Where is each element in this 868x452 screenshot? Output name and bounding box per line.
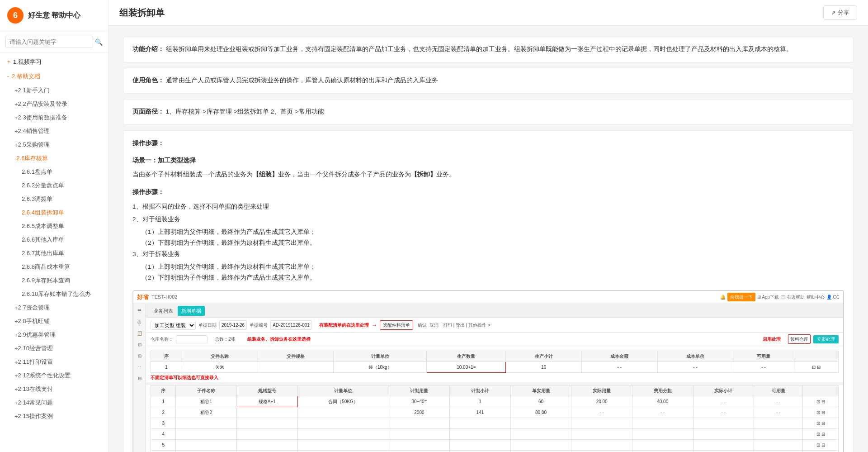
sidebar-item-docs-263[interactable]: 2.6.3调拨单	[0, 192, 108, 206]
sidebar-item-label: 1.视频学习	[13, 58, 42, 66]
lower-td-seq: 2	[151, 407, 176, 418]
lower-td-unit-real: 60	[510, 396, 571, 407]
sidebar-item-docs-265[interactable]: 2.6.5成本调整单	[0, 219, 108, 233]
mock-upper-table-area: 序 父件名称 父件规格 计量单位 生产数量 生产小计 成本金额 成本单价	[146, 346, 843, 373]
mock-side-icon-2: ◎	[137, 318, 142, 326]
annotation5: 不固定清单可以细选也可直接录入	[151, 374, 218, 381]
mock-lower-th-spec: 规格型号	[236, 385, 297, 396]
feature-intro-label: 功能介绍：	[132, 46, 164, 52]
mock-icon-help: ◎ 右边帮助	[781, 293, 805, 301]
mock-cancel-btn: 取消	[429, 321, 439, 329]
mock-td-prod-sub: 10	[506, 362, 582, 373]
mock-th-ops	[794, 351, 839, 362]
sidebar-item-docs-266[interactable]: 2.6.6其他入库单	[0, 233, 108, 247]
lower-td-name: 稻谷2	[176, 407, 237, 418]
sidebar-item-docs-269[interactable]: 2.6.9库存账本查询	[0, 274, 108, 287]
mock-td-avail: - -	[733, 362, 794, 373]
sidebar-item-docs-264[interactable]: 2.6.4组装拆卸单	[0, 206, 108, 219]
mock-td-seq: 1	[151, 362, 182, 373]
lower-td-unit	[297, 407, 389, 418]
path-block: 页面路径： 1、库存核算->库存管理->组装拆卸单 2、首页->常用功能	[123, 99, 854, 125]
main-content: 功能介绍： 组装拆卸单用来处理企业组装或拆卸等加工业务，支持有固定装配清单的产品…	[108, 26, 868, 452]
search-button[interactable]: 🔍	[95, 38, 103, 46]
mock-type-select[interactable]: 加工类型 组装 加工类型 拆卸	[151, 321, 196, 330]
lower-td-ops: ⊡ ⊟	[803, 396, 839, 407]
sidebar-item-docs-210[interactable]: + 2.10经营管理	[0, 342, 108, 355]
sidebar-item-label: 2.1新手入门	[18, 86, 50, 95]
step3: 3、对于拆装业务	[132, 249, 844, 260]
mock-side-icons: ☰ ◎ 📋 ⊡ ⊞ ∷ ⊟	[133, 304, 146, 452]
sidebar-item-label: 2.6库存核算	[16, 154, 48, 162]
mock-lower-th-plan-qty: 计划用量	[389, 385, 450, 396]
sidebar-item-docs-23[interactable]: + 2.3使用前数据准备	[0, 111, 108, 124]
sidebar-item-docs-22[interactable]: + 2.2产品安装及登录	[0, 97, 108, 111]
sidebar-item-docs-213[interactable]: + 2.13在线支付	[0, 382, 108, 396]
scenario1-label: 场景一：加工类型选择	[132, 155, 844, 166]
expand-icon: +	[7, 59, 10, 65]
mock-side-icon-1: ☰	[137, 307, 142, 314]
main-content-area: 组装拆卸单 ↗ 分享 功能介绍： 组装拆卸单用来处理企业组装或拆卸等加工业务，支…	[108, 0, 868, 452]
sidebar-item-label: 2.6.8商品成本重算	[22, 263, 70, 271]
sidebar-item-docs-21[interactable]: + 2.1新手入门	[0, 84, 108, 97]
sidebar-item-video[interactable]: + 1.视频学习	[0, 55, 108, 69]
sidebar-item-docs-214[interactable]: + 2.14常见问题	[0, 396, 108, 409]
mock-warehouse-input[interactable]	[176, 335, 208, 343]
sidebar-item-label: 2.6.6其他入库单	[22, 236, 64, 244]
table-row: 5⊡ ⊟	[151, 440, 839, 451]
sidebar-item-docs[interactable]: - 2.帮助文档	[0, 69, 108, 84]
sidebar-item-docs-268[interactable]: 2.6.8商品成本重算	[0, 260, 108, 274]
lower-td-plan-sub: 141	[450, 407, 511, 418]
path-label: 页面路径：	[132, 108, 164, 115]
mock-tab-new: 新增单据	[178, 306, 205, 316]
sidebar-item-docs-212[interactable]: + 2.12系统个性化设置	[0, 369, 108, 382]
sidebar-item-docs-25[interactable]: + 2.5采购管理	[0, 138, 108, 152]
mock-order-label: 单据编号	[250, 321, 268, 329]
mock-td-prod-qty: 10.00+1=	[427, 362, 506, 373]
expand-icon: +	[14, 413, 18, 420]
steps-label: 操作步骤：	[132, 187, 844, 198]
sidebar-item-docs-24[interactable]: + 2.4销售管理	[0, 124, 108, 138]
share-icon: ↗	[831, 10, 836, 16]
sidebar-item-label: 2.6.3调拨单	[22, 195, 52, 203]
lower-td-name: 稻谷1	[176, 396, 237, 407]
mock-td-name: 关米	[182, 362, 258, 373]
avatar-icon: 👤 CC	[826, 293, 840, 301]
sidebar-item-docs-267[interactable]: 2.6.7其他出库单	[0, 247, 108, 260]
share-button[interactable]: ↗ 分享	[823, 5, 857, 20]
sidebar-item-docs-211[interactable]: + 2.11打印设置	[0, 355, 108, 369]
mock-date-label: 单据日期	[198, 321, 217, 329]
mock-lower-th-real-qty: 实际用量	[571, 385, 632, 396]
lower-td-ops: ⊡ ⊟	[803, 407, 839, 418]
sidebar-item-docs-29[interactable]: + 2.9优惠券管理	[0, 328, 108, 342]
mock-date-value: 2019-12-26	[219, 320, 247, 330]
sidebar-item-docs-2610[interactable]: 2.6.10库存账本错了怎么办	[0, 287, 108, 301]
mock-side-icon-4: ⊡	[138, 341, 142, 348]
sidebar-item-docs-27[interactable]: + 2.7资金管理	[0, 301, 108, 314]
lower-td-plan-sub: 1	[450, 396, 511, 407]
sidebar-item-label: 2.3使用前数据准备	[18, 114, 67, 122]
mock-lower-table-area: 序 子件名称 规格型号 计量单位 计划用量 计划小计 单实用量 实际用量	[146, 385, 843, 452]
table-row: 1 关米 袋（10kg） 10.00+1= 10 - - - -	[151, 362, 839, 373]
search-input[interactable]	[5, 36, 93, 48]
bell-icon: 🔔	[720, 293, 726, 301]
role-block: 使用角色： 通常由生产人员或库管人员完成拆装业务的操作，库管人员确认原材料的出库…	[123, 68, 854, 94]
mock-lower-th-unit: 计量单位	[297, 385, 389, 396]
scenario1-desc: 当由多个子件材料组装成一个成品的业务为【组装】业务，当由一个父件拆分成多个子产品…	[132, 169, 844, 180]
mock-th-prod-qty: 生产数量	[427, 351, 506, 362]
sidebar-item-label: 2.11打印设置	[18, 358, 53, 366]
sidebar-item-docs-262[interactable]: 2.6.2分量盘点单	[0, 179, 108, 192]
feature-intro-block: 功能介绍： 组装拆卸单用来处理企业组装或拆卸等加工业务，支持有固定装配清单的产品…	[123, 37, 854, 62]
logo-icon: 6	[7, 7, 24, 24]
sidebar-item-docs-215[interactable]: + 2.15操作案例	[0, 409, 108, 423]
mock-confirm-btn: 确认	[418, 321, 427, 329]
annotation4: 启用处理	[763, 335, 781, 343]
step2: 2、对于组装业务	[132, 214, 844, 225]
sidebar-item-docs-28[interactable]: + 2.8手机旺铺	[0, 314, 108, 328]
sidebar-item-label: 2.6.1盘点单	[22, 168, 52, 176]
mock-select-btn: 选配件料清单	[380, 320, 413, 330]
mock-app-body: ☰ ◎ 📋 ⊡ ⊞ ∷ ⊟ 业务列表 新增单据	[133, 304, 843, 452]
lower-td-cost-share: 40.00	[632, 396, 693, 407]
sidebar-item-docs-26[interactable]: - 2.6库存核算	[0, 152, 108, 165]
mock-warehouse-confirm-btn[interactable]: 立案处理	[813, 335, 839, 343]
sidebar-item-docs-261[interactable]: 2.6.1盘点单	[0, 165, 108, 179]
